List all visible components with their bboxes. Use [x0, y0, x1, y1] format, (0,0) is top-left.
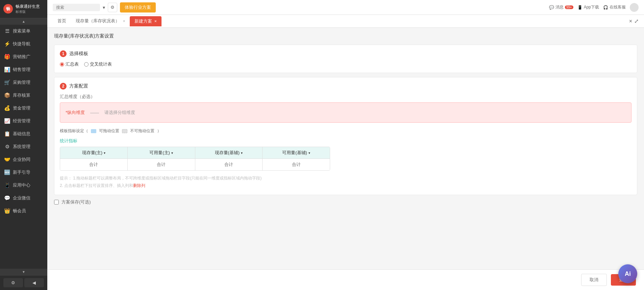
content-area: 现存量(库存状况表)方案设置 1 选择模板 汇总表 交叉统计表 2	[47, 28, 644, 269]
app-name: 畅康通好生意 标准版	[16, 4, 40, 14]
tabs-bar: 首页 现存量（库存状况表） × 新建方案 × × ⤢	[47, 15, 644, 28]
sidebar-item-corp-wechat[interactable]: 💬 企业微信	[0, 192, 47, 204]
corp-coop-icon: 🤝	[4, 156, 10, 163]
step1-section: 1 选择模板 汇总表 交叉统计表	[54, 45, 637, 73]
step2-section: 2 方案配置 汇总维度（必选） *纵向维度 —— 请选择分组维度 模板指标设定（…	[54, 77, 637, 195]
sidebar-item-system[interactable]: ⚙ 系统管理	[0, 140, 47, 153]
sidebar-item-label: 采购管理	[13, 79, 30, 86]
dimension-box[interactable]: *纵向维度 —— 请选择分组维度	[60, 102, 631, 123]
col-current-aux[interactable]: 现存量(基辅) ▾	[195, 147, 263, 159]
sidebar-item-label: 畅会员	[13, 208, 26, 214]
online-service-label: 在线客服	[610, 4, 626, 10]
tab-expand-btn[interactable]: ⤢	[634, 18, 639, 24]
tab-home-label: 首页	[57, 18, 66, 24]
sidebar-item-basic-info[interactable]: 📋 基础信息	[0, 127, 47, 140]
sidebar-mute-btn[interactable]: ◀	[24, 278, 44, 287]
step1-number: 1	[60, 50, 67, 57]
save-checkbox[interactable]	[54, 200, 59, 204]
sidebar-item-label: 新手引导	[13, 169, 30, 175]
tab-new-plan[interactable]: 新建方案 ×	[130, 16, 162, 26]
sidebar-item-label: 企业协同	[13, 156, 30, 163]
cancel-button[interactable]: 取消	[581, 274, 607, 286]
sidebar-item-label: 基础信息	[13, 131, 30, 137]
sidebar-item-operations[interactable]: 📈 经营管理	[0, 115, 47, 127]
movable-box	[91, 129, 96, 133]
col-current-aux-label: 现存量(基辅)	[215, 150, 240, 156]
sidebar-scroll-down[interactable]: ▼	[0, 269, 47, 275]
cell-current-aux: 合计	[195, 159, 263, 170]
sidebar-item-label: 搜索菜单	[13, 28, 30, 34]
sidebar-item-inventory[interactable]: 📦 库存核算	[0, 89, 47, 102]
system-icon: ⚙	[4, 144, 10, 150]
save-row: 方案保存(可选)	[54, 199, 637, 205]
step2-label: 方案配置	[69, 83, 88, 89]
sidebar-item-search-menu[interactable]: ☰ 搜索菜单	[0, 25, 47, 38]
topbar: ▾ ⚙ 体验行业方案 💬 消息 99+ 📱 App下载 🎧 在线客服	[47, 0, 644, 15]
tab-home[interactable]: 首页	[53, 15, 71, 27]
sidebar-item-marketing[interactable]: 🎁 营销推广	[0, 50, 47, 63]
radio-cross-input[interactable]	[84, 62, 89, 67]
step1-header: 1 选择模板	[60, 50, 631, 57]
sidebar-item-label: 企业微信	[13, 195, 30, 201]
trial-industry-btn[interactable]: 体验行业方案	[120, 2, 156, 13]
sidebar-scroll-up[interactable]: ▲	[0, 18, 47, 25]
radio-summary-input[interactable]	[60, 62, 64, 67]
stats-table: 现存量(主) ▾ 可用量(主) ▾ 现存量(基辅) ▾ 可用量(基辅) ▾	[60, 147, 330, 171]
sidebar-item-app-center[interactable]: 📱 应用中心	[0, 179, 47, 192]
sidebar-item-corp-coop[interactable]: 🤝 企业协同	[0, 153, 47, 166]
basic-info-icon: 📋	[4, 131, 10, 137]
sidebar-item-quick-nav[interactable]: ⚡ 快捷导航	[0, 38, 47, 50]
sidebar-item-purchase[interactable]: 🛒 采购管理	[0, 76, 47, 89]
sidebar-item-new-guide[interactable]: 🆕 新手引导	[0, 166, 47, 179]
app-download-label: App下载	[584, 4, 599, 10]
app-download-badge[interactable]: 📱 App下载	[577, 4, 599, 10]
dimension-required: *纵向维度	[66, 110, 85, 116]
message-icon: 💬	[549, 5, 554, 10]
sidebar-bottom: ⚙ ◀	[0, 275, 47, 290]
template-radio-group: 汇总表 交叉统计表	[60, 61, 631, 67]
sidebar-item-sales[interactable]: 📊 销售管理	[0, 63, 47, 76]
tab-new-plan-close-btn[interactable]: ×	[154, 19, 157, 24]
sidebar-item-label: 库存核算	[13, 92, 30, 98]
col-available-main[interactable]: 可用量(主) ▾	[128, 147, 195, 159]
movable-hint: 模板指标设定（ 可拖动位置 不可拖动位置 ）	[60, 128, 631, 134]
quick-nav-icon: ⚡	[4, 41, 10, 47]
movable-label: 可拖动位置	[99, 128, 119, 134]
user-avatar[interactable]	[630, 3, 639, 12]
radio-cross[interactable]: 交叉统计表	[84, 61, 112, 67]
col-available-aux[interactable]: 可用量(基辅) ▾	[263, 147, 330, 159]
message-badge[interactable]: 💬 消息 99+	[549, 4, 573, 10]
inventory-icon: 📦	[4, 92, 10, 98]
tab-close-btn[interactable]: ×	[629, 18, 632, 24]
sidebar-settings-btn[interactable]: ⚙	[3, 278, 23, 287]
dropdown-btn[interactable]: ▾	[103, 5, 105, 10]
col-available-aux-label: 可用量(基辅)	[282, 150, 307, 156]
tab-inventory-close-btn[interactable]: ×	[123, 19, 125, 23]
sales-icon: 📊	[4, 67, 10, 73]
sidebar-item-label: 销售管理	[13, 67, 30, 73]
tip-delete-text: 删除列	[133, 183, 145, 188]
app-logo-icon: 畅	[3, 4, 13, 14]
message-count: 99+	[565, 5, 573, 9]
sidebar-item-label: 应用中心	[13, 182, 30, 188]
col-current-main[interactable]: 现存量(主) ▾	[60, 147, 128, 159]
cell-available-aux: 合计	[263, 159, 330, 170]
radio-cross-label: 交叉统计表	[90, 61, 112, 67]
sidebar-item-member[interactable]: 👑 畅会员	[0, 204, 47, 217]
tab-inventory-status[interactable]: 现存量（库存状况表） ×	[71, 15, 130, 27]
radio-summary[interactable]: 汇总表	[60, 61, 79, 67]
col-available-main-chevron: ▾	[171, 151, 173, 155]
footer-bar: 取消 查询	[47, 269, 644, 290]
ai-bubble-btn[interactable]: Ai	[618, 264, 637, 283]
topbar-right: 💬 消息 99+ 📱 App下载 🎧 在线客服	[549, 3, 639, 12]
online-service-badge[interactable]: 🎧 在线客服	[603, 4, 626, 10]
radio-summary-label: 汇总表	[66, 61, 79, 67]
indicator-header: 模板指标设定（ 可拖动位置 不可拖动位置 ）	[60, 128, 631, 134]
message-label: 消息	[555, 4, 564, 10]
sidebar-nav: ☰ 搜索菜单 ⚡ 快捷导航 🎁 营销推广 📊 销售管理 🛒 采购管理 📦 库存核…	[0, 25, 47, 269]
sidebar-item-finance[interactable]: 💰 资金管理	[0, 102, 47, 115]
search-input[interactable]	[53, 4, 100, 11]
settings-btn[interactable]: ⚙	[108, 3, 117, 12]
step2-number: 2	[60, 83, 67, 90]
operations-icon: 📈	[4, 118, 10, 124]
